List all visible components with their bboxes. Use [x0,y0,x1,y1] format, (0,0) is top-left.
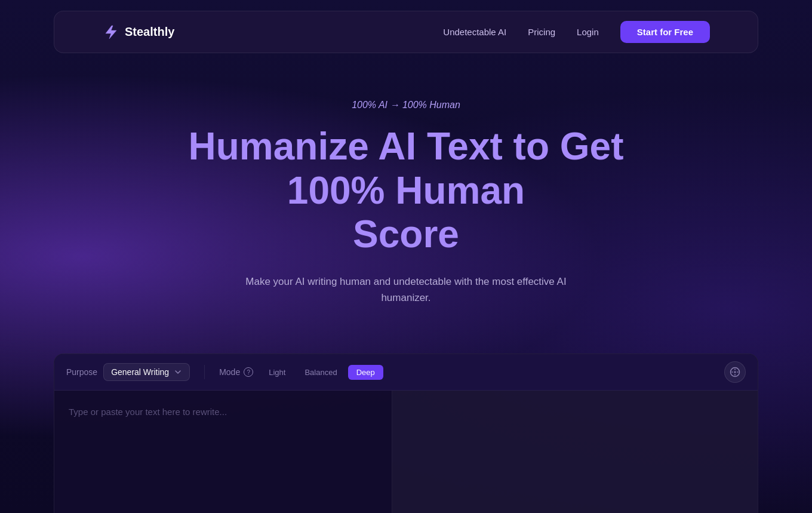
purpose-value: General Writing [111,367,169,377]
editor-container: Try A Sample Paste Text Your humanized c… [54,391,758,513]
mode-deep-button[interactable]: Deep [348,365,383,380]
toolbar: Purpose General Writing Mode ? Light Bal… [54,354,758,391]
input-panel: Try A Sample Paste Text [54,391,392,513]
output-panel: Your humanized content will appear here. [392,391,758,513]
start-for-free-button[interactable]: Start for Free [620,21,710,43]
nav-link-pricing[interactable]: Pricing [528,27,555,37]
purpose-group: Purpose General Writing [66,363,190,381]
mode-light-button[interactable]: Light [260,365,294,380]
nav-link-login[interactable]: Login [577,27,599,37]
hero-tag: 100% AI → 100% Human [12,100,800,110]
hero-title-line2: Score [353,213,459,256]
compass-button[interactable] [724,361,746,383]
hero-section: 100% AI → 100% Human Humanize AI Text to… [0,64,812,330]
purpose-label: Purpose [66,367,97,377]
svg-point-1 [734,371,736,373]
navbar: Stealthly Undetectable AI Pricing Login … [54,11,758,53]
text-input[interactable] [54,391,392,513]
hero-title-line1: Humanize AI Text to Get 100% Human [189,125,624,212]
hero-title: Humanize AI Text to Get 100% Human Score [137,125,675,257]
mode-options: Light Balanced Deep [260,365,383,380]
hero-subtitle: Make your AI writing human and undetecta… [221,274,591,306]
nav-link-undetectable-ai[interactable]: Undetectable AI [443,27,506,37]
nav-links: Undetectable AI Pricing Login Start for … [443,21,710,43]
logo-icon [102,24,119,41]
mode-group: Mode ? Light Balanced Deep [219,365,383,380]
mode-label: Mode ? [219,367,253,377]
toolbar-divider [204,365,205,379]
mode-balanced-button[interactable]: Balanced [296,365,345,380]
purpose-select[interactable]: General Writing [103,363,190,381]
mode-help-icon[interactable]: ? [244,367,253,377]
compass-icon [730,367,740,377]
logo[interactable]: Stealthly [102,24,174,41]
logo-text: Stealthly [125,25,174,39]
tool-panel: Purpose General Writing Mode ? Light Bal… [54,354,758,513]
chevron-down-icon [174,368,182,376]
